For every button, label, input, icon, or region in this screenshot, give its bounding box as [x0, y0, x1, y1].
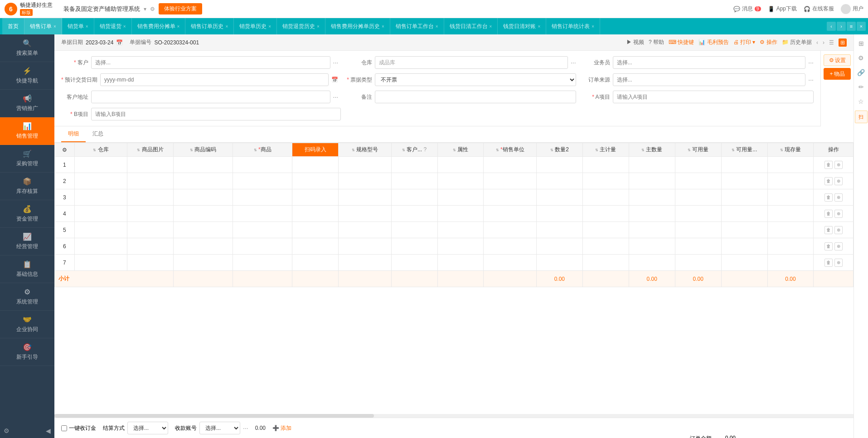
sort-icon[interactable]: ⇅: [496, 148, 499, 152]
b-project-input[interactable]: [91, 108, 341, 120]
customer-input[interactable]: [91, 56, 330, 69]
tab-close-icon[interactable]: ×: [538, 24, 540, 29]
message-btn[interactable]: 💬 消息 9: [733, 5, 761, 13]
row-6-code[interactable]: [174, 238, 233, 255]
row-2-product[interactable]: [233, 173, 292, 189]
tab-close-icon[interactable]: ×: [490, 24, 492, 29]
row-3-main-qty[interactable]: [629, 189, 675, 206]
row-7-code[interactable]: [174, 255, 233, 271]
tab-sales-order-history[interactable]: 销售订单历史 ×: [185, 18, 234, 34]
row-7-spec[interactable]: [339, 255, 391, 271]
scroll-thumb[interactable]: [54, 414, 374, 418]
address-input[interactable]: [91, 91, 330, 103]
sidebar-item-purchase[interactable]: 🛒 采购管理: [0, 145, 54, 173]
row-3-unit[interactable]: [484, 189, 536, 206]
row-7-customer-code[interactable]: [391, 255, 437, 271]
sort-icon[interactable]: ⇅: [595, 148, 598, 152]
sidebar-item-inventory[interactable]: 📦 库存核算: [0, 173, 54, 200]
row-1-main-qty[interactable]: [629, 157, 675, 173]
quick-payment-checkbox[interactable]: 一键收订金: [61, 424, 96, 432]
tab-detail[interactable]: 明细: [61, 126, 86, 142]
row-4-unit[interactable]: [484, 206, 536, 222]
row-1-product[interactable]: [233, 157, 292, 173]
tab-sales-goods[interactable]: 销货单 ×: [62, 18, 94, 34]
row-1-delete-btn[interactable]: 🗑: [824, 161, 833, 169]
row-4-product[interactable]: [233, 206, 292, 222]
sort-icon[interactable]: ⇅: [688, 148, 691, 152]
tab-sales-stats[interactable]: 销售订单统计表 ×: [546, 18, 600, 34]
a-project-input[interactable]: [613, 91, 814, 103]
tab-close-icon[interactable]: ×: [268, 24, 271, 29]
grid-view-icon[interactable]: ⊞: [839, 39, 847, 47]
shortcut-btn[interactable]: ⌨ 快捷键: [669, 39, 694, 46]
row-1-code[interactable]: [174, 157, 233, 173]
row-2-attr[interactable]: [437, 173, 484, 189]
staff-expand-icon[interactable]: ···: [808, 59, 814, 66]
sidebar-item-collab[interactable]: 🤝 企业协同: [0, 311, 54, 338]
row-2-spec[interactable]: [339, 173, 391, 189]
row-2-unit[interactable]: [484, 173, 536, 189]
sidebar-item-quicknav[interactable]: ⚡ 快捷导航: [0, 62, 54, 90]
right-panel-btn-5[interactable]: ☆: [856, 96, 867, 107]
tab-close-icon[interactable]: ×: [225, 24, 228, 29]
tab-daily-reconcile[interactable]: 钱货日清对账 ×: [498, 18, 546, 34]
row-3-code[interactable]: [174, 189, 233, 206]
row-5-main-unit[interactable]: [582, 222, 629, 238]
order-source-expand-icon[interactable]: ···: [808, 76, 814, 83]
right-panel-btn-4[interactable]: ✏: [856, 82, 867, 92]
add-goods-btn[interactable]: + 物品: [824, 68, 851, 80]
sort-icon[interactable]: ⇅: [641, 148, 645, 152]
sidebar-item-marketing[interactable]: 📢 营销推广: [0, 90, 54, 117]
row-2-main-qty[interactable]: [629, 173, 675, 189]
video-btn[interactable]: ▶ 视频: [626, 39, 644, 46]
sidebar-item-finance[interactable]: 💰 资金管理: [0, 200, 54, 228]
invoice-select[interactable]: 不开票 增值税专票 增值税普票: [375, 73, 576, 86]
right-panel-btn-1[interactable]: ⊞: [856, 38, 867, 49]
tab-sales-workbench[interactable]: 销售订单工作台 ×: [390, 18, 444, 34]
row-1-main-unit[interactable]: [582, 157, 629, 173]
row-2-qty2[interactable]: [536, 173, 582, 189]
row-3-customer-code[interactable]: [391, 189, 437, 206]
row-2-code[interactable]: [174, 173, 233, 189]
prev-record-icon[interactable]: ‹: [816, 39, 818, 46]
sort-icon[interactable]: ⇅: [780, 148, 783, 152]
row-3-attr[interactable]: [437, 189, 484, 206]
sidebar-item-sales[interactable]: 📊 销售管理: [0, 117, 54, 145]
row-4-code[interactable]: [174, 206, 233, 222]
sort-icon[interactable]: ⇅: [190, 148, 193, 152]
warehouse-input[interactable]: [375, 56, 568, 69]
tab-close-all-btn[interactable]: ×: [857, 22, 866, 31]
right-panel-btn-2[interactable]: ⚙: [856, 53, 867, 63]
row-4-customer-code[interactable]: [391, 206, 437, 222]
column-settings-icon[interactable]: ⚙: [62, 147, 67, 153]
row-1-warehouse[interactable]: [74, 157, 127, 173]
customer-expand-icon[interactable]: ···: [333, 59, 339, 66]
sidebar-item-guide[interactable]: 🎯 新手引导: [0, 338, 54, 366]
tab-sales-expense-history[interactable]: 销售费用分摊单历史 ×: [325, 18, 390, 34]
row-1-qty2[interactable]: [536, 157, 582, 173]
row-6-customer-code[interactable]: [391, 238, 437, 255]
row-3-delete-btn[interactable]: 🗑: [824, 193, 833, 202]
row-6-unit[interactable]: [484, 238, 536, 255]
tab-close-icon[interactable]: ×: [592, 24, 594, 29]
row-6-product[interactable]: [233, 238, 292, 255]
row-5-copy-btn[interactable]: ⊕: [834, 226, 843, 234]
tab-prev-btn[interactable]: ‹: [827, 22, 836, 31]
sort-icon[interactable]: ⇅: [402, 148, 405, 152]
settings-btn[interactable]: ⚙ 设置: [824, 54, 851, 66]
sort-icon[interactable]: ⇅: [137, 148, 140, 152]
row-1-unit[interactable]: [484, 157, 536, 173]
row-2-delete-btn[interactable]: 🗑: [824, 177, 833, 185]
right-panel-btn-6[interactable]: 扫: [855, 111, 868, 123]
add-payment-btn[interactable]: ➕ 添加: [272, 424, 291, 432]
sort-icon[interactable]: ⇅: [550, 148, 553, 152]
delivery-calendar-icon[interactable]: 📅: [331, 77, 338, 83]
row-2-customer-code[interactable]: [391, 173, 437, 189]
horizontal-scrollbar[interactable]: [54, 414, 853, 418]
row-4-attr[interactable]: [437, 206, 484, 222]
row-5-spec[interactable]: [339, 222, 391, 238]
sort-icon[interactable]: ⇅: [732, 148, 735, 152]
row-7-attr[interactable]: [437, 255, 484, 271]
row-1-copy-btn[interactable]: ⊕: [834, 161, 843, 169]
row-5-code[interactable]: [174, 222, 233, 238]
